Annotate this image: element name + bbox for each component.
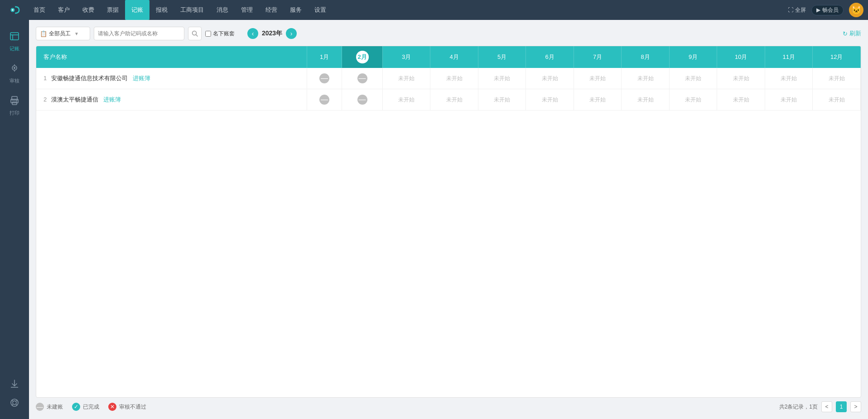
col-m7: 7月 bbox=[574, 46, 622, 68]
next-page-button[interactable]: > bbox=[850, 401, 861, 412]
table-body: 1 安徽畅捷通信息技术有限公司 进账簿 ——未开始未开始未开始未开始未开始未开始… bbox=[36, 68, 861, 111]
user-avatar[interactable]: 🐱 bbox=[849, 3, 863, 17]
svg-line-16 bbox=[12, 400, 13, 401]
col-m6: 6月 bbox=[526, 46, 574, 68]
refresh-button[interactable]: ↻ 刷新 bbox=[843, 29, 861, 38]
sidebar-item-print[interactable]: 打印 bbox=[0, 89, 29, 121]
month-cell-m8: 未开始 bbox=[622, 68, 670, 89]
legend-dot-red: ✕ bbox=[108, 403, 116, 411]
table-container: 客户名称1月2月3月4月5月6月7月8月9月10月11月12月 1 安徽畅捷通信… bbox=[36, 46, 861, 398]
search-input[interactable] bbox=[98, 30, 180, 37]
svg-line-18 bbox=[16, 400, 17, 401]
month-cell-m8: 未开始 bbox=[622, 89, 670, 111]
month-cell-m6: 未开始 bbox=[526, 68, 574, 89]
svg-line-17 bbox=[16, 404, 17, 405]
month-cell-m4: 未开始 bbox=[430, 89, 478, 111]
col-m3: 3月 bbox=[382, 46, 430, 68]
main-table: 客户名称1月2月3月4月5月6月7月8月9月10月11月12月 1 安徽畅捷通信… bbox=[36, 46, 861, 111]
nav-item-invoice[interactable]: 票据 bbox=[101, 0, 125, 20]
legend-dot-gray: — bbox=[36, 403, 44, 411]
entry-link[interactable]: 进账簿 bbox=[103, 96, 121, 103]
nav-item-business[interactable]: 工商项目 bbox=[174, 0, 210, 20]
nav-item-operation[interactable]: 经营 bbox=[259, 0, 284, 20]
nav-item-service[interactable]: 服务 bbox=[284, 0, 308, 20]
month-cell-m7: 未开始 bbox=[574, 89, 622, 111]
status-not-started: 未开始 bbox=[446, 75, 463, 82]
member-button[interactable]: ▶ 畅会员 bbox=[811, 5, 844, 15]
support-icon[interactable] bbox=[7, 395, 22, 410]
legend-rejected-label: 审核不通过 bbox=[119, 403, 146, 411]
status-dash: — bbox=[319, 73, 329, 83]
prev-year-button[interactable]: ‹ bbox=[247, 28, 258, 39]
svg-rect-9 bbox=[12, 96, 17, 100]
sidebar-item-review[interactable]: 审核 bbox=[0, 57, 29, 89]
nav-item-accounting[interactable]: 记账 bbox=[125, 0, 149, 20]
fullscreen-icon: ⛶ bbox=[788, 7, 793, 13]
month-cell-m1: — bbox=[307, 68, 342, 89]
sidebar: 记账 审核 打印 bbox=[0, 20, 29, 419]
fullscreen-button[interactable]: ⛶ 全屏 bbox=[788, 6, 806, 14]
col-m2: 2月 bbox=[342, 46, 383, 68]
status-dash: — bbox=[319, 95, 329, 105]
employee-select[interactable]: 📋 全部员工 ▼ bbox=[36, 27, 90, 40]
status-not-started: 未开始 bbox=[398, 75, 415, 82]
status-not-started: 未开始 bbox=[446, 96, 463, 103]
nav-item-tax[interactable]: 报税 bbox=[149, 0, 174, 20]
chevron-down-icon: ▼ bbox=[74, 31, 79, 36]
total-label: 共2条记录，1页 bbox=[779, 403, 818, 411]
nav-item-message[interactable]: 消息 bbox=[210, 0, 235, 20]
nav-item-client[interactable]: 客户 bbox=[52, 0, 76, 20]
month-cell-m6: 未开始 bbox=[526, 89, 574, 111]
refresh-label: 刷新 bbox=[849, 29, 861, 38]
svg-point-15 bbox=[13, 401, 16, 405]
sidebar-print-label: 打印 bbox=[10, 110, 19, 116]
pagination: 共2条记录，1页 < 1 > bbox=[779, 401, 861, 412]
col-m1: 1月 bbox=[307, 46, 342, 68]
nav-item-settings[interactable]: 设置 bbox=[308, 0, 333, 20]
table-row: 2 漠澳太平畅捷通信 进账簿 ——未开始未开始未开始未开始未开始未开始未开始未开… bbox=[36, 89, 861, 111]
month-cell-m3: 未开始 bbox=[382, 89, 430, 111]
col-m8: 8月 bbox=[622, 46, 670, 68]
member-label: 畅会员 bbox=[822, 6, 839, 14]
year-text: 2023年 bbox=[262, 29, 282, 38]
legend-not-built-label: 未建账 bbox=[47, 403, 63, 411]
status-not-started: 未开始 bbox=[637, 96, 654, 103]
download-icon[interactable] bbox=[7, 376, 22, 391]
my-accounts-checkbox[interactable] bbox=[205, 31, 211, 37]
row-num: 1 bbox=[43, 75, 47, 82]
legend-dot-teal: ✓ bbox=[72, 403, 80, 411]
page-1-button[interactable]: 1 bbox=[836, 401, 847, 412]
search-button[interactable] bbox=[188, 27, 202, 40]
svg-point-1 bbox=[12, 9, 14, 11]
prev-page-button[interactable]: < bbox=[821, 401, 832, 412]
employee-icon: 📋 bbox=[40, 30, 47, 37]
entry-link[interactable]: 进账簿 bbox=[133, 75, 150, 82]
nav-item-manage[interactable]: 管理 bbox=[235, 0, 259, 20]
status-not-started: 未开始 bbox=[685, 75, 701, 82]
status-not-started: 未开始 bbox=[494, 96, 510, 103]
status-not-started: 未开始 bbox=[829, 75, 845, 82]
current-month-circle: 2月 bbox=[356, 51, 369, 63]
play-icon: ▶ bbox=[816, 7, 820, 13]
footer: — 未建账 ✓ 已完成 ✕ 审核不通过 共2条记 bbox=[36, 398, 861, 412]
refresh-icon: ↻ bbox=[843, 30, 848, 37]
review-icon bbox=[7, 61, 22, 76]
col-m4: 4月 bbox=[430, 46, 478, 68]
name-cell: 2 漠澳太平畅捷通信 进账簿 bbox=[36, 89, 307, 111]
sidebar-accounting-label: 记账 bbox=[10, 45, 19, 52]
status-not-started: 未开始 bbox=[733, 96, 749, 103]
month-cell-m11: 未开始 bbox=[765, 68, 813, 89]
top-nav: 首页客户收费票据记账报税工商项目消息管理经营服务设置 ⛶ 全屏 ▶ 畅会员 🐱 bbox=[0, 0, 868, 20]
my-accounts-checkbox-label[interactable]: 名下账套 bbox=[205, 30, 235, 38]
status-not-started: 未开始 bbox=[542, 75, 558, 82]
nav-item-billing[interactable]: 收费 bbox=[76, 0, 101, 20]
month-cell-m5: 未开始 bbox=[478, 68, 526, 89]
fullscreen-label: 全屏 bbox=[795, 6, 806, 14]
status-not-started: 未开始 bbox=[685, 96, 701, 103]
status-not-started: 未开始 bbox=[542, 96, 558, 103]
sidebar-item-accounting[interactable]: 记账 bbox=[0, 24, 29, 57]
svg-line-19 bbox=[12, 404, 13, 405]
next-year-button[interactable]: › bbox=[286, 28, 297, 39]
month-cell-m12: 未开始 bbox=[813, 89, 861, 111]
nav-item-home[interactable]: 首页 bbox=[27, 0, 52, 20]
